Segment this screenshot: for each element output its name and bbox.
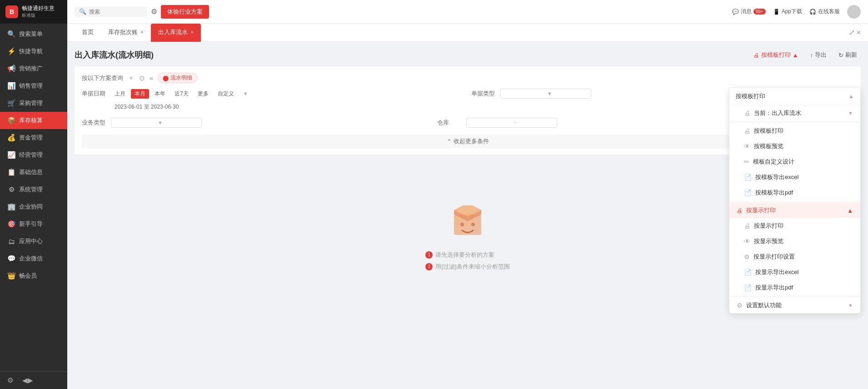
sidebar-icon-basic: 📋 [7,168,15,176]
current-label: 当前：出入库流水 [754,109,801,117]
dropdown-item-template-customize[interactable]: ✏模板自定义设计 [729,154,860,170]
sidebar-icon-enterprise: 🏢 [7,203,15,211]
sidebar-item-app-center[interactable]: 🗂应用中心 [0,233,67,250]
app-logo-icon: B [5,5,18,18]
business-type-select[interactable]: ▼ [111,118,202,128]
sidebar-label-business: 经营管理 [19,151,43,159]
sidebar-item-system[interactable]: ⚙系统管理 [0,181,67,198]
sidebar-label-basic: 基础信息 [19,168,43,176]
template-print-label: 按模板打印 [754,127,783,135]
date-option-本月[interactable]: 本月 [131,89,149,99]
sidebar-item-sales[interactable]: 📊销售管理 [0,77,67,95]
search-input[interactable] [89,9,135,15]
sidebar-icon-guide: 🎯 [7,220,15,228]
display-section-collapse[interactable]: ▲ [847,207,853,214]
tab-home[interactable]: 首页 [75,24,101,42]
template-export-excel-icon: 📄 [744,174,752,181]
filter-label: 按以下方案查询 [82,74,123,82]
refresh-button[interactable]: ↻ 刷新 [835,49,861,61]
date-option-自定义[interactable]: 自定义 [214,89,238,99]
topbar-gear-icon[interactable]: ⚙ [151,7,157,16]
refresh-icon: ↻ [838,52,843,59]
sidebar-icon-app-center: 🗂 [7,238,15,245]
sidebar-item-finance[interactable]: 💰资金管理 [0,129,67,146]
service-button[interactable]: 🎧 在线客服 [809,8,840,15]
date-dropdown-arrow[interactable]: ▼ [243,91,248,96]
dropdown-current[interactable]: 🖨 当前：出入库流水 ▼ [729,105,860,121]
sidebar-item-search-menu[interactable]: 🔍搜索菜单 [0,25,67,43]
filter-header: 按以下方案查询 ＋ ⊙ « ⬤ 流水明细 [82,73,853,83]
sidebar-item-inventory[interactable]: 📦库存核算 [0,112,67,129]
message-button[interactable]: 💬 消息 99+ [732,8,766,15]
app-version: 标准版 [22,12,55,19]
active-filter-tag[interactable]: ⬤ 流水明细 [158,73,197,83]
empty-tip-2: 2 用[过滤]条件来缩小分析范围 [425,261,509,273]
settings-icon[interactable]: ⚙ [7,376,13,384]
dropdown-item-template-preview[interactable]: 👁按模板预览 [729,139,860,154]
sidebar-item-wecom[interactable]: 💬企业微信 [0,250,67,267]
set-default-function[interactable]: ⚙ 设置默认功能 ▼ [729,298,860,313]
date-label: 单据日期 [82,90,107,98]
sidebar-nav: 🔍搜索菜单⚡快捷导航📢营销推广📊销售管理🛒采购管理📦库存核算💰资金管理📈经营管理… [0,24,67,371]
sidebar-item-enterprise[interactable]: 🏢企业协同 [0,198,67,215]
sidebar-item-guide[interactable]: 🎯新手引导 [0,215,67,233]
template-customize-icon: ✏ [744,158,749,165]
close-all-tabs-icon[interactable]: × [857,29,861,37]
tabs-right-controls: ⤢ × [849,28,861,37]
page-content: 出入库流水(流水明细) 🖨 按模板打印 ▲ ↑ 导出 ↻ 刷新 [67,42,868,389]
date-option-近7天[interactable]: 近7天 [171,89,192,99]
tab-current-close[interactable]: × [190,29,194,35]
app-download-label: App下载 [782,8,802,15]
date-option-上月[interactable]: 上月 [111,89,129,99]
page-title: 出入库流水(流水明细) [75,50,154,60]
dropdown-display-item-display-export-pdf[interactable]: 📄按显示导出pdf [729,280,860,295]
warehouse-select[interactable]: ··· [466,118,557,128]
maximize-icon[interactable]: ⤢ [849,28,855,37]
dropdown-close-arrow[interactable]: ▲ [848,93,854,100]
display-print-label: 按显示打印 [754,222,783,230]
tab-inventory-batch-close[interactable]: × [140,29,144,35]
template-print-button[interactable]: 🖨 按模板打印 ▲ [750,49,802,61]
sidebar-icon-quick-nav: ⚡ [7,47,15,55]
filter-add-icon[interactable]: ＋ [128,74,135,82]
display-print-header[interactable]: 🖨 按显示打印 ▲ [729,203,860,218]
divider-1 [729,122,860,122]
dropdown-item-template-export-pdf[interactable]: 📄按模板导出pdf [729,185,860,200]
topbar-search-box[interactable]: 🔍 [75,6,147,17]
dropdown-item-template-export-excel[interactable]: 📄按模板导出excel [729,170,860,185]
topbar-right: 💬 消息 99+ 📱 App下载 🎧 在线客服 [732,5,861,19]
filter-collapse-icon[interactable]: « [150,74,153,82]
warehouse-more-icon[interactable]: ··· [513,120,552,125]
sidebar-icon-system: ⚙ [7,185,15,194]
refresh-label: 刷新 [845,51,857,59]
dropdown-display-item-display-print[interactable]: 🖨按显示打印 [729,218,860,234]
dropdown-header: 按模板打印 ▲ [729,88,860,105]
doc-type-select[interactable]: ▼ [500,89,591,99]
dropdown-display-item-display-export-excel[interactable]: 📄按显示导出excel [729,264,860,280]
trial-button[interactable]: 体验行业方案 [161,5,209,19]
collapse-icon[interactable]: ◀▶ [22,376,33,384]
filter-settings-icon[interactable]: ⊙ [139,74,145,82]
tab-inventory-batch[interactable]: 库存批次账 × [101,24,151,42]
dropdown-item-template-print[interactable]: 🖨按模板打印 [729,123,860,139]
dropdown-display-item-display-print-settings[interactable]: ⚙按显示打印设置 [729,249,860,264]
sidebar-item-purchase[interactable]: 🛒采购管理 [0,95,67,112]
export-button[interactable]: ↑ 导出 [807,49,831,61]
date-option-本年[interactable]: 本年 [151,89,169,99]
sidebar-item-member[interactable]: 👑畅会员 [0,267,67,284]
divider-2 [729,201,860,202]
sidebar-item-business[interactable]: 📈经营管理 [0,146,67,164]
tab-inventory-batch-label: 库存批次账 [108,28,138,36]
tab-current[interactable]: 出入库流水 × [151,24,201,42]
tab-home-label: 首页 [82,28,94,36]
sidebar: B 畅捷通好生意 标准版 🔍搜索菜单⚡快捷导航📢营销推广📊销售管理🛒采购管理📦库… [0,0,67,389]
sidebar-item-basic[interactable]: 📋基础信息 [0,164,67,181]
display-export-pdf-icon: 📄 [744,284,752,291]
avatar[interactable] [847,5,861,19]
dropdown-display-item-display-preview[interactable]: 👁按显示预览 [729,234,860,249]
dropdown-template-items: 🖨按模板打印👁按模板预览✏模板自定义设计📄按模板导出excel📄按模板导出pdf [729,123,860,200]
sidebar-item-marketing[interactable]: 📢营销推广 [0,60,67,77]
app-download-button[interactable]: 📱 App下载 [773,8,802,15]
date-option-更多[interactable]: 更多 [194,89,212,99]
sidebar-item-quick-nav[interactable]: ⚡快捷导航 [0,43,67,60]
